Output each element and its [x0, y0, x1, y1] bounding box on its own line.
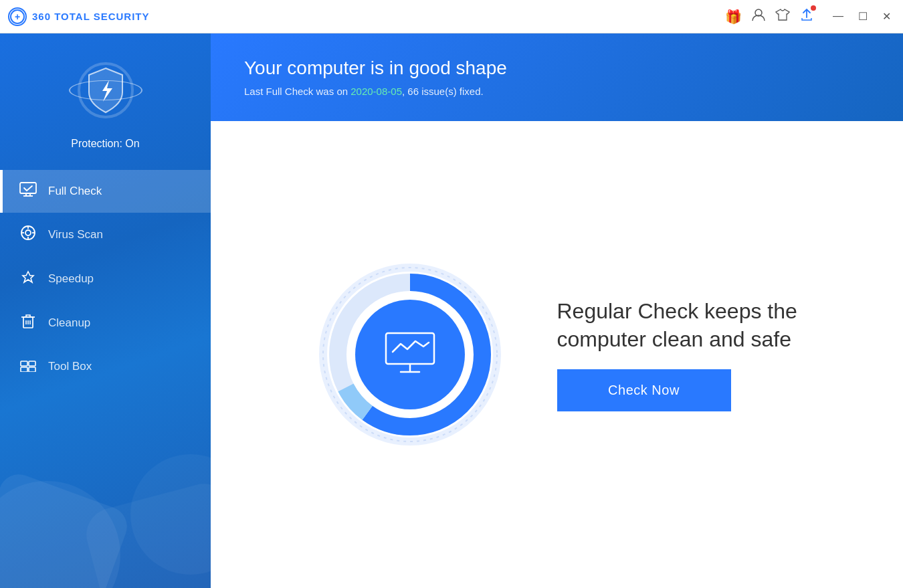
cta-area: Regular Check keeps the computer clean a… [557, 298, 798, 411]
title-bar-right: 🎁 — ☐ ✕ [725, 7, 895, 25]
svg-rect-4 [20, 183, 36, 193]
sidebar-label-full-check: Full Check [48, 185, 102, 198]
cta-heading: Regular Check keeps the computer clean a… [557, 298, 798, 353]
svg-rect-19 [21, 361, 27, 366]
active-indicator [0, 170, 3, 213]
orbit-ring [69, 80, 142, 100]
toolbox-icon [19, 357, 37, 376]
status-banner: Your computer is in good shape Last Full… [211, 33, 903, 121]
protection-label: Protection: On [71, 138, 139, 150]
shirt-icon[interactable] [775, 7, 790, 25]
shield-icon-wrap [69, 54, 142, 127]
chart-area [316, 261, 504, 448]
user-icon[interactable] [751, 7, 766, 25]
main-layout: Protection: On Full Check [0, 33, 903, 588]
main-content: Regular Check keeps the computer clean a… [211, 121, 903, 588]
sidebar: Protection: On Full Check [0, 33, 211, 588]
protection-area: Protection: On [0, 33, 211, 163]
gift-icon[interactable]: 🎁 [725, 9, 742, 25]
sidebar-item-toolbox[interactable]: Tool Box [0, 345, 211, 388]
window-controls: — ☐ ✕ [829, 9, 895, 24]
sidebar-item-virus-scan[interactable]: Virus Scan [0, 213, 211, 257]
svg-text:+: + [15, 11, 20, 22]
svg-rect-20 [29, 361, 35, 366]
app-title-text: 360 TOTAL SECURITY [32, 11, 150, 22]
sidebar-item-speedup[interactable]: Speedup [0, 257, 211, 301]
full-check-icon [19, 182, 37, 201]
cleanup-icon [19, 313, 37, 333]
svg-point-28 [355, 300, 465, 409]
close-button[interactable]: ✕ [878, 9, 895, 24]
sidebar-label-cleanup: Cleanup [48, 316, 90, 330]
nav-items: Full Check Virus Scan [0, 170, 211, 588]
status-subtitle: Last Full Check was on 2020-08-05, 66 is… [244, 86, 870, 97]
svg-point-9 [25, 230, 31, 235]
title-bar: + 360 TOTAL SECURITY 🎁 — ☐ [0, 0, 903, 33]
status-date: 2020-08-05 [350, 86, 402, 97]
svg-rect-22 [29, 367, 35, 372]
app-logo: + [8, 7, 27, 26]
notification-dot [811, 5, 816, 11]
speedup-icon [19, 269, 37, 289]
check-now-button[interactable]: Check Now [557, 369, 731, 411]
svg-rect-21 [21, 367, 27, 372]
sidebar-item-cleanup[interactable]: Cleanup [0, 301, 211, 345]
minimize-button[interactable]: — [829, 9, 847, 24]
subtitle-prefix: Last Full Check was on [244, 86, 350, 97]
maximize-button[interactable]: ☐ [854, 9, 872, 24]
sidebar-label-toolbox: Tool Box [48, 360, 92, 373]
content-area: Your computer is in good shape Last Full… [211, 33, 903, 588]
sidebar-label-virus-scan: Virus Scan [48, 228, 103, 241]
donut-chart [316, 261, 504, 448]
upload-icon[interactable] [799, 7, 814, 25]
status-title: Your computer is in good shape [244, 58, 870, 79]
title-bar-left: + 360 TOTAL SECURITY [8, 7, 150, 26]
virus-scan-icon [19, 225, 37, 245]
sidebar-item-full-check[interactable]: Full Check [0, 170, 211, 213]
sidebar-label-speedup: Speedup [48, 272, 94, 286]
subtitle-suffix: , 66 issue(s) fixed. [402, 86, 484, 97]
